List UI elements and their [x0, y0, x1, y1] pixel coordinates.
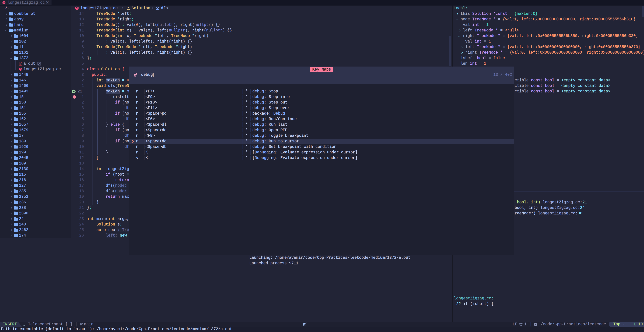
svg-text:10: 10 — [20, 64, 21, 65]
svg-text:01: 01 — [20, 63, 21, 64]
